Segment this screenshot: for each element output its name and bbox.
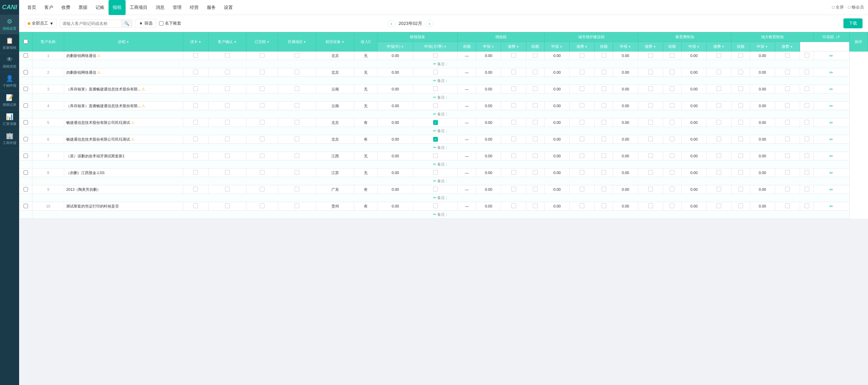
city-shenb-cb[interactable]	[580, 120, 584, 125]
vat-shenb-cb[interactable]	[511, 53, 516, 58]
sidebar-item-baoshuiliulan[interactable]: 👁 报税浏览	[0, 53, 19, 72]
qingka-checkbox[interactable]	[225, 170, 230, 175]
vat-jiaof-cb[interactable]	[533, 153, 538, 158]
nav-charge[interactable]: 收费	[57, 0, 74, 15]
city-jiaof-cb[interactable]	[601, 137, 606, 141]
confirm-checkbox[interactable]	[260, 53, 265, 58]
confirm-checkbox[interactable]	[260, 70, 265, 74]
confirm-checkbox[interactable]	[260, 103, 265, 108]
vat-shenb-cb[interactable]	[511, 86, 516, 91]
chaoshui-checkbox[interactable]	[193, 153, 198, 158]
city-jiaof-cb[interactable]	[601, 70, 606, 74]
city-jiaof-cb[interactable]	[601, 103, 606, 108]
stamp-jiaof-cb[interactable]	[805, 187, 809, 191]
paid-checkbox[interactable]	[295, 103, 299, 108]
cwbb-year-checkbox[interactable]	[433, 70, 438, 74]
row-checkbox[interactable]	[24, 120, 28, 125]
vat-jiaof-cb[interactable]	[533, 120, 538, 125]
vat-jiaof-cb[interactable]	[533, 137, 538, 141]
stamp-shenb-cb[interactable]	[785, 120, 790, 125]
note-edit-icon[interactable]: ✏	[433, 112, 436, 116]
nav-manage[interactable]: 管理	[169, 0, 186, 15]
nav-message[interactable]: 消息	[152, 0, 169, 15]
row-checkbox[interactable]	[24, 137, 28, 141]
local-jiaof-cb[interactable]	[738, 53, 743, 58]
vat-shenb-cb[interactable]	[511, 70, 516, 74]
sidebar-item-baoshuijilu[interactable]: 📝 报税记录	[0, 91, 19, 110]
nav-business[interactable]: 工商项目	[126, 0, 152, 15]
fullscreen-btn[interactable]: □ 全屏	[832, 4, 844, 10]
city-shenb-cb[interactable]	[580, 86, 584, 91]
qingka-checkbox[interactable]	[225, 86, 230, 91]
nav-home[interactable]: 首页	[23, 0, 40, 15]
edit-button[interactable]: ✏	[829, 120, 833, 125]
cwbb-year-checkbox[interactable]: ✓	[433, 120, 438, 125]
vat-shenb-cb[interactable]	[511, 187, 516, 191]
paid-checkbox[interactable]	[295, 170, 299, 175]
qingka-checkbox[interactable]	[225, 137, 230, 141]
qingka-checkbox[interactable]	[225, 153, 230, 158]
vat-shenb-cb[interactable]	[511, 203, 516, 208]
local-shenb-cb[interactable]	[716, 103, 721, 108]
note-edit-icon[interactable]: ✏	[433, 145, 436, 149]
city-jiaof-cb[interactable]	[601, 120, 606, 125]
vat-shenb-cb[interactable]	[511, 170, 516, 175]
local-shenb-cb[interactable]	[716, 187, 721, 191]
edit-button[interactable]: ✏	[829, 137, 833, 142]
local-jiaof-cb[interactable]	[738, 120, 743, 125]
chaoshui-checkbox[interactable]	[193, 187, 198, 191]
edit-button[interactable]: ✏	[829, 70, 833, 75]
named-list-toggle[interactable]: 名下账套	[159, 20, 181, 26]
edu-jiaof-cb[interactable]	[670, 137, 674, 141]
city-shenb-cb[interactable]	[580, 137, 584, 141]
city-jiaof-cb[interactable]	[601, 203, 606, 208]
row-checkbox[interactable]	[24, 170, 28, 175]
stamp-jiaof-cb[interactable]	[805, 70, 809, 74]
confirm-checkbox[interactable]	[260, 170, 265, 175]
row-checkbox[interactable]	[24, 87, 28, 91]
edit-button[interactable]: ✏	[829, 53, 833, 58]
stamp-jiaof-cb[interactable]	[805, 86, 809, 91]
local-shenb-cb[interactable]	[716, 53, 721, 58]
edu-shenb-cb[interactable]	[648, 86, 653, 91]
stamp-jiaof-cb[interactable]	[805, 170, 809, 175]
note-edit-icon[interactable]: ✏	[433, 79, 436, 83]
row-checkbox[interactable]	[24, 103, 28, 108]
nav-tax[interactable]: 报税	[109, 0, 126, 15]
paid-checkbox[interactable]	[295, 187, 299, 191]
local-jiaof-cb[interactable]	[738, 86, 743, 91]
local-jiaof-cb[interactable]	[738, 203, 743, 208]
member-btn[interactable]: □ 畅会员	[848, 4, 864, 10]
cwbb-year-checkbox[interactable]	[433, 203, 438, 208]
row-checkbox[interactable]	[24, 70, 28, 74]
city-shenb-cb[interactable]	[580, 53, 584, 58]
sidebar-item-gongshangnianbao[interactable]: 🏢 工商年报	[0, 129, 19, 148]
vat-jiaof-cb[interactable]	[533, 53, 538, 58]
sidebar-item-piliangshuibao[interactable]: 📋 批量报税	[0, 34, 19, 53]
vat-shenb-cb[interactable]	[511, 137, 516, 141]
chaoshui-checkbox[interactable]	[193, 70, 198, 74]
stamp-jiaof-cb[interactable]	[805, 53, 809, 58]
sidebar-item-geshuishenbao[interactable]: 👤 个税申报	[0, 72, 19, 91]
nav-settings[interactable]: 设置	[220, 0, 237, 15]
qingka-checkbox[interactable]	[225, 203, 230, 208]
edu-shenb-cb[interactable]	[648, 120, 653, 125]
paid-checkbox[interactable]	[295, 137, 299, 141]
edit-button[interactable]: ✏	[829, 187, 833, 192]
cwbb-year-checkbox[interactable]	[433, 53, 438, 58]
cwbb-year-checkbox[interactable]	[433, 103, 438, 108]
edu-jiaof-cb[interactable]	[670, 103, 674, 108]
chaoshui-checkbox[interactable]	[193, 120, 198, 125]
sidebar-item-huisuanqingjiao[interactable]: 📊 汇算清缴	[0, 110, 19, 129]
city-shenb-cb[interactable]	[580, 70, 584, 74]
stamp-shenb-cb[interactable]	[785, 203, 790, 208]
local-jiaof-cb[interactable]	[738, 153, 743, 158]
edu-jiaof-cb[interactable]	[670, 170, 674, 175]
confirm-checkbox[interactable]	[260, 137, 265, 141]
confirm-checkbox[interactable]	[260, 120, 265, 125]
edu-shenb-cb[interactable]	[648, 170, 653, 175]
edu-jiaof-cb[interactable]	[670, 86, 674, 91]
search-input[interactable]	[60, 20, 121, 27]
vat-jiaof-cb[interactable]	[533, 86, 538, 91]
next-month-button[interactable]: ›	[426, 20, 433, 27]
